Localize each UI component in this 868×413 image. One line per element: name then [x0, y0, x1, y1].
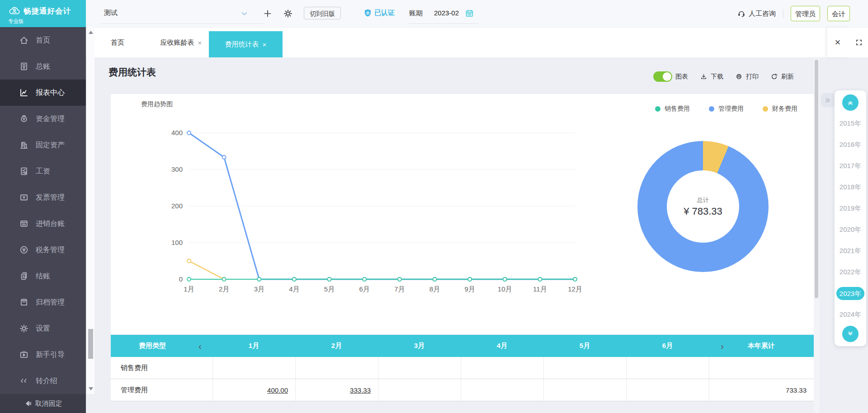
report-toolbar: 图表 下载 打印 刷新	[653, 71, 794, 82]
sidebar-item-label: 税务管理	[36, 245, 65, 255]
scroll-months-left-icon[interactable]: ‹	[198, 341, 202, 351]
column-header-month: 1月	[212, 335, 295, 357]
table-cell	[295, 357, 378, 379]
sidebar-item-inventory[interactable]: 进销台账	[0, 211, 86, 237]
sidebar-item-invoice[interactable]: 发票管理	[0, 184, 86, 211]
cell-value-link[interactable]: 333.33	[350, 386, 371, 394]
legend-item-管理费用[interactable]: 管理费用	[709, 105, 744, 113]
year-scroll-down-button[interactable]	[842, 326, 859, 342]
topbar-right-group: 人工咨询 管理员 会计	[737, 0, 850, 27]
tab-close-icon[interactable]: ×	[263, 41, 267, 48]
legend-item-财务费用[interactable]: 财务费用	[763, 105, 797, 113]
download-label: 下载	[711, 73, 723, 81]
sidebar-item-settle[interactable]: 结账	[0, 263, 86, 289]
sidebar-scrollbar-thumb[interactable]	[88, 329, 93, 359]
year-scroll-up-button[interactable]	[842, 94, 859, 111]
sidebar-item-label: 首页	[36, 36, 50, 45]
sidebar-scrollbar[interactable]	[86, 27, 94, 394]
new-account-set-button[interactable]	[263, 9, 272, 18]
sidebar-item-label: 进销台账	[36, 219, 65, 229]
role-admin-button[interactable]: 管理员	[791, 6, 820, 21]
sidebar-item-ledger[interactable]: 总账	[0, 53, 86, 80]
row-label: 销售费用	[111, 357, 212, 379]
selected-year-pill: 2023年	[836, 287, 864, 300]
period-value[interactable]: 2023-02	[434, 9, 459, 17]
legend-dot	[763, 106, 768, 112]
tab-首页[interactable]: 首页	[95, 28, 140, 57]
svg-text:400: 400	[171, 129, 183, 136]
brand-edition: 专业版	[8, 18, 24, 25]
sidebar-item-funds[interactable]: 资金管理	[0, 106, 86, 132]
sidebar-item-archive[interactable]: 归档管理	[0, 289, 86, 315]
download-icon	[700, 73, 708, 80]
year-item-2015年[interactable]: 2015年	[835, 113, 866, 134]
refresh-label: 刷新	[781, 73, 794, 81]
sidebar-item-report[interactable]: 报表中心	[0, 80, 86, 106]
table-cell	[626, 357, 709, 379]
main-scrollbar-thumb[interactable]	[815, 60, 818, 298]
calendar-icon[interactable]	[465, 9, 474, 18]
legend-label: 财务费用	[772, 105, 797, 113]
year-item-2018年[interactable]: 2018年	[835, 177, 866, 198]
year-item-2019年[interactable]: 2019年	[835, 198, 866, 219]
sidebar-item-settings[interactable]: 设置	[0, 315, 86, 342]
sidebar-item-salary[interactable]: 工资	[0, 158, 86, 184]
year-item-2022年[interactable]: 2022年	[835, 262, 866, 283]
switch-old-version-button[interactable]: 切到旧版	[304, 7, 341, 19]
table-row-管理费用: 管理费用400.00333.33733.33	[111, 379, 814, 401]
tab-应收账龄表[interactable]: 应收账龄表×	[155, 28, 207, 57]
scroll-down-arrow-icon[interactable]	[89, 387, 93, 390]
human-support-button[interactable]: 人工咨询	[737, 9, 776, 18]
tab-close-icon[interactable]: ×	[198, 39, 202, 47]
role-accountant-button[interactable]: 会计	[827, 6, 850, 21]
topbar: 测试 切到旧版 企 已认证 账期 2023-02 人工咨询 管理员 会计	[86, 0, 868, 27]
period-label: 账期	[409, 9, 423, 18]
sidebar-item-guide[interactable]: 新手引导	[0, 342, 86, 368]
column-header-month: 2月	[295, 335, 378, 357]
scroll-months-right-icon[interactable]: ›	[721, 341, 724, 351]
sidebar-item-label: 报表中心	[36, 88, 65, 98]
svg-text:1月: 1月	[184, 285, 194, 293]
table-cell	[543, 357, 626, 379]
sidebar-item-label: 固定资产	[36, 141, 65, 150]
year-item-2020年[interactable]: 2020年	[835, 219, 866, 240]
scroll-up-arrow-icon[interactable]	[89, 31, 93, 34]
year-item-2017年[interactable]: 2017年	[835, 155, 866, 177]
donut-center: 总计 ¥ 783.33	[667, 170, 739, 243]
legend-item-销售费用[interactable]: 销售费用	[655, 105, 690, 113]
asset-icon	[19, 140, 29, 150]
tab-费用统计表[interactable]: 费用统计表×	[209, 31, 283, 57]
settings-gear-icon[interactable]	[283, 9, 293, 19]
unpin-sidebar-button[interactable]: 取消固定	[0, 394, 86, 413]
year-item-2021年[interactable]: 2021年	[835, 240, 866, 262]
chart-toggle[interactable]	[653, 71, 672, 82]
refresh-button[interactable]: 刷新	[770, 73, 794, 81]
fullscreen-button[interactable]	[850, 28, 868, 57]
year-panel-collapse-handle[interactable]	[821, 93, 835, 107]
collapse-icon	[24, 399, 32, 408]
refresh-icon	[770, 73, 778, 80]
row-label: 管理费用	[111, 379, 212, 401]
sidebar-item-tax[interactable]: 税务管理	[0, 237, 86, 263]
sidebar-item-asset[interactable]: 固定资产	[0, 132, 86, 158]
certified-badge[interactable]: 企 已认证	[363, 8, 395, 18]
sidebar-item-referral[interactable]: 转介绍	[0, 368, 86, 394]
print-button[interactable]: 打印	[735, 73, 759, 81]
year-item-2024年[interactable]: 2024年	[835, 304, 866, 325]
main-scrollbar[interactable]	[814, 57, 819, 413]
chevron-down-icon[interactable]	[241, 10, 248, 18]
account-set-underline	[102, 23, 264, 24]
account-set-selector[interactable]: 测试	[104, 9, 118, 17]
table-row-销售费用: 销售费用	[111, 357, 814, 379]
year-item-2023年[interactable]: 2023年	[835, 283, 866, 304]
header-label: 费用类型	[139, 342, 166, 350]
chart-legend: 销售费用管理费用财务费用	[655, 105, 797, 113]
tab-label: 首页	[111, 38, 124, 47]
table-cell	[543, 379, 626, 401]
tax-icon	[19, 245, 29, 255]
close-all-tabs-button[interactable]: ×	[827, 28, 848, 57]
download-button[interactable]: 下载	[700, 73, 723, 81]
sidebar-item-home[interactable]: 首页	[0, 27, 86, 53]
cell-value-link[interactable]: 400.00	[267, 386, 288, 394]
year-item-2016年[interactable]: 2016年	[835, 134, 866, 155]
